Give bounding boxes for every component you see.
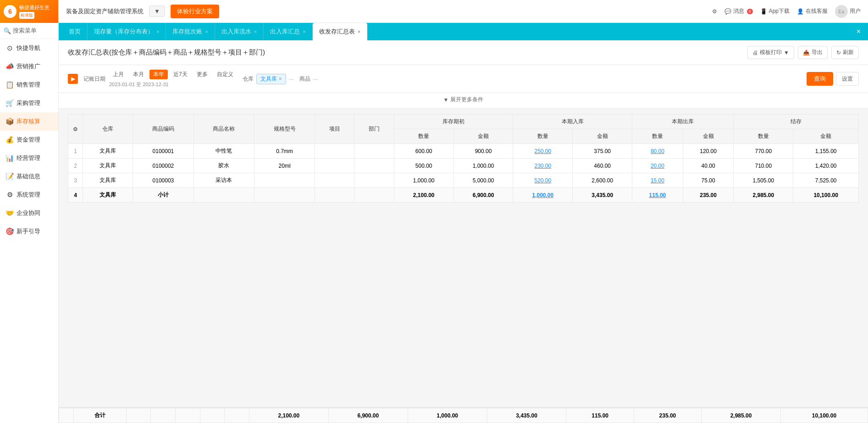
cell-code-3: 0100003 — [133, 173, 194, 188]
table-row: 2 文具库 0100002 胶水 20ml 500.00 1,000.00 23… — [68, 159, 859, 173]
search-label: 搜索菜单 — [13, 27, 37, 35]
date-btn-this-year[interactable]: 本年 — [149, 70, 168, 79]
tab-stock-summary[interactable]: 收发存汇总表 × — [313, 23, 367, 40]
sidebar-item-label: 快捷导航 — [17, 44, 40, 52]
sidebar-item-label: 新手引导 — [17, 227, 40, 236]
cell-opening-qty-1: 600.00 — [394, 144, 453, 159]
total-out-qty: 115.00 — [566, 408, 634, 423]
logo-icon: 6 — [4, 5, 17, 18]
setting-button[interactable]: 设置 — [836, 72, 859, 86]
cell-opening-amt-3: 5,000.00 — [453, 173, 513, 188]
sidebar: 6 畅捷通好生意 标准版 🔍 搜索菜单 ⊙ 快捷导航 📣 营销推广 📋 销售管理… — [0, 0, 59, 423]
page-title: 收发存汇总表(按仓库＋商品编码＋商品＋规格型号＋项目＋部门) — [68, 48, 265, 57]
sidebar-item-guide[interactable]: 🎯 新手引导 — [0, 222, 58, 241]
system-dropdown[interactable]: ▼ — [149, 5, 165, 17]
page-content: 收发存汇总表(按仓库＋商品编码＋商品＋规格型号＋项目＋部门) 🖨 模板打印 ▼ … — [59, 40, 868, 423]
page-header: 收发存汇总表(按仓库＋商品编码＋商品＋规格型号＋项目＋部门) 🖨 模板打印 ▼ … — [59, 40, 868, 65]
logo-text-block: 畅捷通好生意 标准版 — [19, 4, 50, 19]
sidebar-item-enterprise[interactable]: 🤝 企业协同 — [0, 204, 58, 222]
sidebar-item-basic[interactable]: 📝 基础信息 — [0, 167, 58, 186]
settings-header[interactable]: ⚙ — [712, 8, 717, 15]
tab-close-icon[interactable]: × — [205, 29, 208, 34]
sidebar-item-label: 企业协同 — [17, 209, 40, 217]
cell-out-qty-2[interactable]: 20.00 — [632, 159, 683, 173]
subtotal-warehouse: 文具库 — [83, 188, 133, 203]
cell-warehouse-3: 文具库 — [83, 173, 133, 188]
date-btn-more[interactable]: 更多 — [193, 70, 211, 79]
cell-out-amt-3: 75.00 — [683, 173, 734, 188]
cell-in-amt-2: 460.00 — [573, 159, 632, 173]
tab-bar-close-button[interactable]: × — [853, 27, 864, 36]
sidebar-item-operation[interactable]: 📊 经营管理 — [0, 149, 58, 167]
sidebar-item-label: 资金管理 — [17, 136, 40, 144]
export-icon: 📤 — [803, 49, 810, 56]
app-label: App下载 — [769, 7, 790, 15]
sidebar-item-sales[interactable]: 📋 销售管理 — [0, 76, 58, 94]
date-btn-this-month[interactable]: 本月 — [129, 70, 148, 79]
expand-row: ▼ 展开更多条件 — [59, 93, 868, 109]
date-btn-custom[interactable]: 自定义 — [213, 70, 237, 79]
message-button[interactable]: 💬 消息 6 — [724, 7, 753, 15]
cell-in-amt-1: 375.00 — [573, 144, 632, 159]
user-menu[interactable]: Ea 用户 — [835, 5, 861, 18]
app-download[interactable]: 📱 App下载 — [760, 7, 790, 15]
cell-out-qty-1[interactable]: 80.00 — [632, 144, 683, 159]
date-btn-last-month[interactable]: 上月 — [109, 70, 127, 79]
table-row: 3 文具库 0100003 采访本 1,000.00 5,000.00 520.… — [68, 173, 859, 188]
trial-button[interactable]: 体验行业方案 — [171, 5, 219, 18]
tab-inventory-dist[interactable]: 现存量（库存分布表） × — [88, 23, 166, 40]
cell-out-qty-3[interactable]: 15.00 — [632, 173, 683, 188]
query-button[interactable]: 查询 — [807, 72, 833, 86]
tab-bar: 首页 现存量（库存分布表） × 库存批次账 × 出入库流水 × 出入库汇总 × … — [59, 23, 868, 40]
tab-close-icon[interactable]: × — [254, 29, 257, 34]
cell-in-qty-1[interactable]: 250.00 — [513, 144, 573, 159]
row-num-2: 2 — [68, 159, 83, 173]
goods-filter-label: 商品 — [299, 75, 310, 83]
sidebar-item-label: 基础信息 — [17, 172, 40, 181]
subtotal-in-qty[interactable]: 1,000.00 — [513, 188, 573, 203]
th-settings[interactable]: ⚙ — [68, 115, 83, 144]
filter-toggle-arrow[interactable]: ▶ — [68, 74, 78, 84]
cell-out-amt-1: 120.00 — [683, 144, 734, 159]
cell-opening-qty-2: 500.00 — [394, 159, 453, 173]
cell-in-qty-3[interactable]: 520.00 — [513, 173, 573, 188]
print-button[interactable]: 🖨 模板打印 ▼ — [747, 46, 794, 59]
tab-batch[interactable]: 库存批次账 × — [166, 23, 215, 40]
cell-opening-qty-3: 1,000.00 — [394, 173, 453, 188]
sidebar-item-purchase[interactable]: 🛒 采购管理 — [0, 94, 58, 112]
sidebar-search[interactable]: 🔍 搜索菜单 — [0, 23, 58, 39]
tab-close-icon[interactable]: × — [303, 29, 305, 34]
expand-filters-button[interactable]: ▼ 展开更多条件 — [443, 96, 484, 104]
cell-dept-3 — [354, 173, 394, 188]
row-num-1: 1 — [68, 144, 83, 159]
cell-name-1: 中性笔 — [194, 144, 254, 159]
top-header: 装备及固定资产辅助管理系统 ▼ 体验行业方案 ⚙ 💬 消息 6 📱 App下载 … — [59, 0, 868, 23]
tab-close-active-icon[interactable]: × — [358, 29, 360, 34]
th-out-amt: 金额 — [683, 129, 734, 144]
sidebar-item-marketing[interactable]: 📣 营销推广 — [0, 57, 58, 76]
tab-inventory-dist-label: 现存量（库存分布表） — [94, 27, 154, 36]
sidebar-item-system[interactable]: ⚙ 系统管理 — [0, 186, 58, 204]
dropdown-arrow-icon: ▼ — [784, 49, 789, 56]
goods-filter-more[interactable]: ··· — [313, 76, 318, 82]
subtotal-out-qty[interactable]: 115.00 — [632, 188, 683, 203]
sidebar-item-inventory[interactable]: 📦 库存核算 — [0, 112, 58, 131]
tab-close-icon[interactable]: × — [156, 29, 159, 34]
export-button[interactable]: 📤 导出 — [798, 46, 828, 59]
tab-inout-summary[interactable]: 出入库汇总 × — [264, 23, 312, 40]
sidebar-nav: ⊙ 快捷导航 📣 营销推广 📋 销售管理 🛒 采购管理 📦 库存核算 💰 资金管… — [0, 39, 58, 423]
warehouse-tag-close[interactable]: × — [279, 76, 282, 82]
sidebar-item-finance[interactable]: 💰 资金管理 — [0, 131, 58, 149]
warehouse-filter-more[interactable]: ··· — [289, 76, 294, 82]
online-support[interactable]: 👤 在线客服 — [797, 7, 828, 15]
cell-in-qty-2[interactable]: 230.00 — [513, 159, 573, 173]
date-btn-7days[interactable]: 近7天 — [170, 70, 191, 79]
cell-project-1 — [315, 144, 354, 159]
tab-inout-flow[interactable]: 出入库流水 × — [215, 23, 264, 40]
th-in-qty: 数量 — [513, 129, 573, 144]
subtotal-num: 4 — [68, 188, 83, 203]
sidebar-item-quick-nav[interactable]: ⊙ 快捷导航 — [0, 39, 58, 57]
refresh-button[interactable]: ↻ 刷新 — [831, 46, 859, 59]
tab-inout-summary-label: 出入库汇总 — [270, 27, 300, 36]
tab-home[interactable]: 首页 — [62, 23, 88, 40]
